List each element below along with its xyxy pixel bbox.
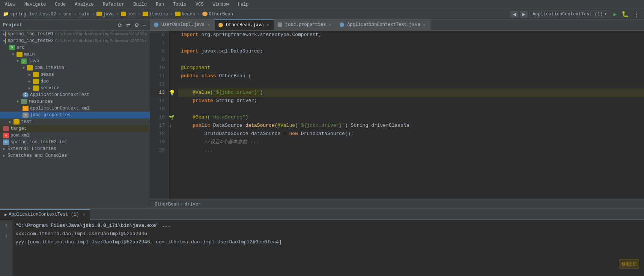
menu-code[interactable]: Code bbox=[53, 1, 67, 8]
tab-otherbean[interactable]: OtherBean.java ✕ bbox=[215, 20, 274, 30]
tree-item-pom[interactable]: m pom.xml bbox=[0, 132, 150, 139]
code-line-18: DruidDataSource dataSource = new DruidDa… bbox=[178, 130, 644, 138]
nav-forward-button[interactable]: ▶ bbox=[520, 11, 528, 18]
gutter-13: 💡 bbox=[169, 88, 178, 97]
tree-item-external-libs[interactable]: ▶ External Libraries bbox=[0, 146, 150, 152]
props-icon-jdbc bbox=[278, 22, 282, 27]
bottom-tab-bar: ▶ ApplicationContextTest (1) ✕ bbox=[0, 209, 644, 220]
menu-run[interactable]: Run bbox=[154, 1, 166, 8]
menu-navigate[interactable]: Navigate bbox=[23, 1, 48, 8]
tree-item-iml[interactable]: i spring_ioc_test02.iml bbox=[0, 139, 150, 146]
menu-tools[interactable]: Tools bbox=[172, 1, 188, 8]
tab-userdaoimpl[interactable]: UserDaoImpl.java ✕ bbox=[150, 20, 215, 30]
chevron-right-icon-beans: ▶ bbox=[29, 72, 33, 77]
package-itheima-icon bbox=[27, 65, 33, 70]
sidebar-collapse-button[interactable]: ⇄ bbox=[125, 22, 131, 28]
sidebar-minimize-button[interactable]: − bbox=[142, 22, 147, 28]
menu-analyze[interactable]: Analyze bbox=[73, 1, 95, 8]
target-folder-icon bbox=[3, 126, 9, 131]
chevron-down-icon-main: ▼ bbox=[12, 52, 17, 57]
breadcrumb-java[interactable]: java bbox=[96, 12, 114, 17]
tree-label-com-itheima: com.itheima bbox=[35, 65, 64, 70]
code-editor[interactable]: 6 7 8 9 10 11 12 13 14 15 16 17 18 19 20 bbox=[150, 31, 644, 200]
run-config-dropdown[interactable]: ▾ bbox=[604, 11, 607, 17]
scroll-up-button[interactable]: ↑ bbox=[2, 221, 11, 230]
tree-item-appcontext-xml[interactable]: x applicationContext.xml bbox=[0, 105, 150, 112]
code-line-15 bbox=[178, 105, 644, 113]
tab-close-appcontexttest[interactable]: ✕ bbox=[423, 22, 426, 27]
gutter-16: 🌱 bbox=[169, 113, 178, 122]
gutter-18 bbox=[169, 130, 178, 138]
tree-item-target[interactable]: target bbox=[0, 125, 150, 132]
tab-close-otherbean[interactable]: ✕ bbox=[266, 22, 270, 28]
chevron-down-icon-java: ▼ bbox=[17, 59, 21, 63]
run-button[interactable]: ▶ bbox=[612, 10, 618, 18]
tree-label-test: test bbox=[21, 119, 32, 124]
tree-item-main[interactable]: ▼ main bbox=[0, 51, 150, 58]
menu-window[interactable]: Window bbox=[211, 1, 230, 8]
tree-item-beans[interactable]: ▶ beans bbox=[0, 71, 150, 78]
tree-item-test01[interactable]: ▶ spring_ioc_test01 C:\Users\haohao\Spri… bbox=[0, 31, 150, 38]
tab-close-jdbc[interactable]: ✕ bbox=[328, 22, 332, 27]
gutter-20 bbox=[169, 146, 178, 154]
tree-item-scratches[interactable]: ▶ Scratches and Consoles bbox=[0, 152, 150, 159]
tree-item-dao[interactable]: ▶ dao bbox=[0, 78, 150, 85]
menu-build[interactable]: Build bbox=[132, 1, 148, 8]
menu-vcs[interactable]: VCS bbox=[194, 1, 205, 8]
tab-jdbc-props[interactable]: jdbc.properties ✕ bbox=[274, 20, 336, 30]
tree-label-iml: spring_ioc_test02.iml bbox=[11, 140, 67, 145]
bean-icon-line16[interactable]: 🌱 bbox=[169, 115, 175, 120]
tree-item-jdbc-props[interactable]: p jdbc.properties bbox=[0, 112, 150, 118]
bottom-panel: ▶ ApplicationContextTest (1) ✕ ↑ ↓ "C:\P… bbox=[0, 208, 644, 276]
gutter-8 bbox=[169, 47, 178, 56]
menu-refactor[interactable]: Refactor bbox=[101, 1, 126, 8]
tree-item-appcontexttest[interactable]: C ApplicationContextTest bbox=[0, 92, 150, 98]
sidebar-sync-button[interactable]: ⟳ bbox=[117, 22, 123, 28]
debug-button[interactable]: 🐛 bbox=[620, 10, 630, 18]
more-button[interactable]: ⋮ bbox=[632, 10, 641, 18]
resources-folder-icon bbox=[21, 99, 27, 104]
line-num-10: 10 bbox=[150, 64, 169, 72]
breadcrumb-src[interactable]: src bbox=[63, 12, 72, 17]
breadcrumb-otherbean[interactable]: OtherBean bbox=[202, 12, 233, 17]
code-line-17: public DataSource dataSource ( @Value ( … bbox=[178, 122, 644, 130]
chevron-right-icon-scratch: ▶ bbox=[3, 153, 8, 158]
breadcrumb-sep-1: › bbox=[58, 12, 61, 17]
breadcrumb-com[interactable]: com bbox=[121, 12, 135, 17]
java-icon-userdaoimpl bbox=[154, 22, 158, 27]
sidebar-title: Project bbox=[3, 22, 22, 28]
bulb-icon-line13[interactable]: 💡 bbox=[169, 90, 175, 96]
tree-item-service[interactable]: ▶ service bbox=[0, 85, 150, 92]
breadcrumb-main[interactable]: main bbox=[78, 12, 89, 17]
tree-item-src[interactable]: s src bbox=[0, 44, 150, 51]
line-num-11: 11 bbox=[150, 72, 169, 80]
nav-back-button[interactable]: ◀ bbox=[510, 11, 518, 18]
tree-item-resources[interactable]: ▼ resources bbox=[0, 98, 150, 105]
breadcrumb-beans[interactable]: beans bbox=[175, 12, 195, 17]
folder-open-icon bbox=[5, 38, 6, 44]
menu-view[interactable]: View bbox=[3, 1, 17, 8]
tab-appcontexttest[interactable]: ApplicationContextTest.java ✕ bbox=[336, 20, 430, 30]
breadcrumb-itheima[interactable]: itheima bbox=[143, 12, 168, 17]
bottom-toolbar: ↑ ↓ bbox=[0, 220, 12, 276]
bottom-tab-run[interactable]: ▶ ApplicationContextTest (1) ✕ bbox=[0, 209, 90, 220]
menu-help[interactable]: Help bbox=[236, 1, 250, 8]
gutter-11 bbox=[169, 72, 178, 80]
tree-item-java[interactable]: ▼ j java bbox=[0, 58, 150, 64]
tree-item-test02[interactable]: ▼ spring_ioc_test02 C:\Users\haohao\Spri… bbox=[0, 38, 150, 44]
code-content[interactable]: import org.springframework.stereotype. C… bbox=[178, 31, 644, 200]
scroll-down-button[interactable]: ↓ bbox=[2, 231, 11, 240]
tree-label-beans: beans bbox=[41, 72, 54, 77]
sidebar-settings-button[interactable]: ⚙ bbox=[134, 22, 140, 28]
code-line-9 bbox=[178, 56, 644, 64]
tree-item-com-itheima[interactable]: ▼ com.itheima bbox=[0, 64, 150, 71]
breadcrumb-project[interactable]: spring_ioc_test02 bbox=[10, 12, 56, 17]
gutter-9 bbox=[169, 56, 178, 64]
chevron-down-icon-resources: ▼ bbox=[17, 100, 21, 104]
tree-item-test[interactable]: ▶ test bbox=[0, 118, 150, 125]
tab-close-userdaoimpl[interactable]: ✕ bbox=[207, 22, 211, 27]
tree-label-dao: dao bbox=[41, 79, 49, 84]
tree-path-test01: C:\Users\haohao\SpringFramework2023\s bbox=[55, 32, 147, 36]
editor-bc-driver: driver bbox=[185, 202, 201, 207]
bottom-tab-close[interactable]: ✕ bbox=[83, 212, 85, 217]
